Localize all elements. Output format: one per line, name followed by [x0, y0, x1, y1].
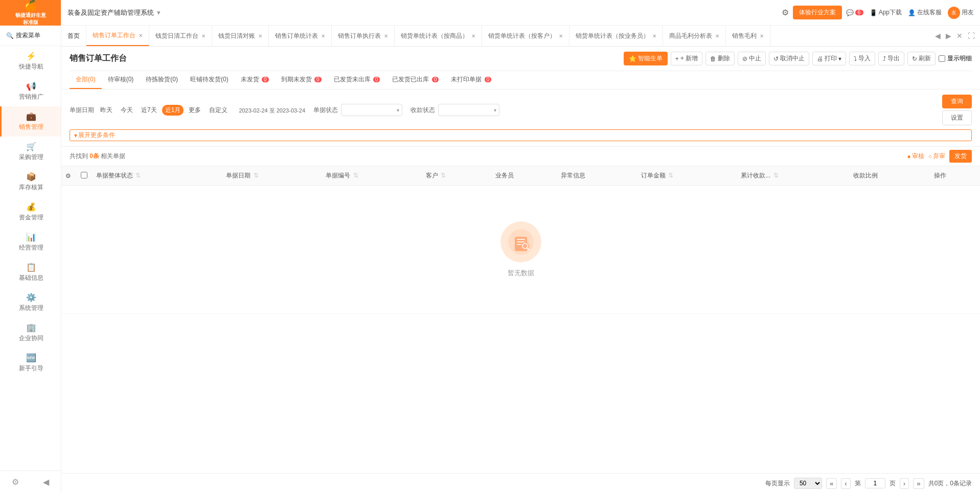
sidebar-item-finance[interactable]: 💰 资金管理 — [0, 197, 61, 227]
sub-tab-expired[interactable]: 到期未发货 0 — [275, 71, 328, 89]
tab-home[interactable]: 首页 — [61, 26, 86, 46]
select-all-checkbox[interactable] — [81, 172, 87, 178]
sub-tab-pending-review[interactable]: 待审核(0) — [102, 71, 140, 89]
sort-amount-icon[interactable]: ⇅ — [668, 172, 673, 179]
tab-close-profit[interactable]: ✕ — [760, 33, 764, 39]
tab-order-stats[interactable]: 销售订单统计表 ✕ — [269, 26, 332, 46]
sidebar-item-sales[interactable]: 💼 销售管理 — [0, 106, 61, 137]
add-button[interactable]: + + 新增 — [671, 52, 702, 65]
date-opt-more[interactable]: 更多 — [186, 105, 204, 116]
tab-next-icon[interactable]: ▶ — [944, 31, 953, 41]
ship-button[interactable]: 发货 — [949, 150, 972, 163]
last-page-button[interactable]: » — [913, 478, 924, 489]
next-page-button[interactable]: › — [900, 478, 909, 489]
sub-tab-shipped-out[interactable]: 已发货已出库 0 — [386, 71, 445, 89]
smart-create-button[interactable]: ⭐ 智能生单 — [624, 52, 668, 65]
sidebar-item-search[interactable]: 🔍 搜索菜单 — [3, 29, 58, 42]
import-button[interactable]: ⤵ 导入 — [849, 52, 875, 65]
tab-close-sales-order[interactable]: ✕ — [139, 33, 143, 38]
sidebar-item-guide[interactable]: 🆕 新手引导 — [0, 348, 61, 378]
sidebar-item-inventory[interactable]: 📦 库存核算 — [0, 167, 61, 197]
sort-status-icon[interactable]: ⇅ — [135, 172, 141, 179]
settings-icon[interactable]: ⚙ — [10, 475, 21, 489]
message-action[interactable]: 💬 6 — [846, 9, 863, 16]
first-page-button[interactable]: « — [826, 478, 837, 489]
tab-sales-order[interactable]: 销售订单工作台 ✕ — [86, 26, 149, 46]
refresh-icon: ↻ — [912, 55, 917, 62]
sub-tab-not-shipped[interactable]: 未发货 0 — [235, 71, 275, 89]
tab-order-exec[interactable]: 销售订单执行表 ✕ — [332, 26, 395, 46]
sidebar-item-system[interactable]: ⚙️ 系统管理 — [0, 287, 61, 318]
abandon-button[interactable]: ○ 弃审 — [928, 150, 945, 163]
column-settings-icon[interactable]: ⚙ — [65, 172, 71, 180]
topbar-dropdown-icon[interactable]: ▾ — [157, 9, 161, 16]
sort-customer-icon[interactable]: ⇅ — [441, 172, 446, 179]
sidebar-item-operations[interactable]: 📊 经营管理 — [0, 227, 61, 257]
tab-cash-check[interactable]: 钱货日清对账 ✕ — [212, 26, 269, 46]
filter-setting-button[interactable]: 设置 — [942, 110, 972, 125]
expand-filter-button[interactable]: ▾ 展开更多条件 — [70, 129, 972, 141]
date-opt-last7[interactable]: 近7天 — [138, 105, 160, 116]
show-detail-checkbox-label[interactable]: 显示明细 — [939, 54, 972, 63]
sidebar-item-enterprise[interactable]: 🏢 企业协同 — [0, 318, 61, 348]
query-button[interactable]: 查询 — [942, 95, 972, 108]
user-action[interactable]: 友 用友 — [948, 7, 974, 19]
sub-tab-pending-inspect[interactable]: 待拣验货(0) — [140, 71, 184, 89]
tab-close-daily-cash[interactable]: ✕ — [201, 33, 206, 39]
tab-maximize-icon[interactable]: ⛶ — [966, 31, 977, 41]
sidebar-item-quick[interactable]: ⚡ 快捷导航 — [0, 46, 61, 76]
suspend-button[interactable]: ⊘ 中止 — [738, 52, 766, 65]
audit-button[interactable]: ● 审核 — [907, 150, 924, 163]
status-select[interactable] — [341, 104, 402, 116]
export-button[interactable]: ⤴ 导出 — [878, 52, 904, 65]
export-icon: ⤴ — [883, 55, 886, 62]
sub-tab-not-printed[interactable]: 未打印单据 0 — [445, 71, 497, 89]
industry-solution-button[interactable]: 体验行业方案 — [793, 6, 842, 19]
settings-gear-icon[interactable]: ⚙ — [782, 8, 789, 17]
sub-tab-all[interactable]: 全部(0) — [70, 71, 102, 89]
tab-close-margin[interactable]: ✕ — [715, 33, 719, 39]
cancel-suspend-button[interactable]: ↺ 取消中止 — [769, 52, 809, 65]
payment-select[interactable] — [438, 104, 499, 116]
tab-close-stats-customer[interactable]: ✕ — [559, 33, 563, 39]
tab-close-stats-product[interactable]: ✕ — [471, 33, 475, 39]
tab-sales-stats-staff[interactable]: 销货单统计表（按业务员） ✕ — [569, 26, 663, 46]
delete-button[interactable]: 🗑 删除 — [705, 52, 735, 65]
tab-daily-cash[interactable]: 钱货日清工作台 ✕ — [149, 26, 212, 46]
sidebar-item-basic[interactable]: 📋 基础信息 — [0, 257, 61, 287]
sort-number-icon[interactable]: ⇅ — [353, 172, 358, 179]
sort-received-icon[interactable]: ⇅ — [773, 172, 779, 179]
sub-tab-wangpu[interactable]: 旺铺待发货(0) — [184, 71, 235, 89]
tab-close-order-exec[interactable]: ✕ — [384, 33, 388, 39]
tab-prev-icon[interactable]: ◀ — [933, 31, 943, 41]
tab-close-order-stats[interactable]: ✕ — [321, 33, 325, 39]
tab-margin-analysis[interactable]: 商品毛利分析表 ✕ — [663, 26, 726, 46]
sub-tab-shipped-not-out[interactable]: 已发货未出库 0 — [328, 71, 386, 89]
tab-sales-profit[interactable]: 销售毛利 ✕ — [726, 26, 770, 46]
shipped-out-badge: 0 — [432, 77, 439, 82]
page-size-select[interactable]: 50 10 20 100 — [794, 478, 822, 489]
date-opt-custom[interactable]: 自定义 — [206, 105, 231, 116]
date-opt-yesterday[interactable]: 昨天 — [97, 105, 116, 116]
finance-icon: 💰 — [26, 202, 36, 212]
sidebar-item-marketing[interactable]: 📢 营销推广 — [0, 76, 61, 106]
tab-close-cash-check[interactable]: ✕ — [258, 33, 262, 39]
date-opt-last1m[interactable]: 近1月 — [162, 105, 184, 116]
collapse-icon[interactable]: ◀ — [41, 475, 51, 489]
online-service-action[interactable]: 👤 在线客服 — [908, 8, 942, 17]
tab-close-all-icon[interactable]: ✕ — [954, 31, 965, 41]
sort-date-icon[interactable]: ⇅ — [254, 172, 259, 179]
show-detail-checkbox[interactable] — [939, 55, 945, 62]
not-printed-badge: 0 — [485, 77, 492, 82]
sidebar-item-purchase[interactable]: 🛒 采购管理 — [0, 137, 61, 167]
page-content: 销售订单工作台 ⭐ 智能生单 + + 新增 🗑 删除 ⊘ — [61, 47, 980, 493]
refresh-button[interactable]: ↻ 刷新 — [907, 52, 936, 65]
prev-page-button[interactable]: ‹ — [841, 478, 850, 489]
tab-sales-stats-customer[interactable]: 销货单统计表（按客户） ✕ — [482, 26, 569, 46]
tab-sales-stats-product[interactable]: 销货单统计表（按商品） ✕ — [395, 26, 482, 46]
app-download-action[interactable]: 📱 App下载 — [870, 8, 902, 17]
print-button[interactable]: 🖨 打印 ▾ — [812, 52, 846, 65]
page-input[interactable] — [865, 478, 885, 488]
tab-close-stats-staff[interactable]: ✕ — [652, 33, 656, 39]
date-opt-today[interactable]: 今天 — [118, 105, 136, 116]
